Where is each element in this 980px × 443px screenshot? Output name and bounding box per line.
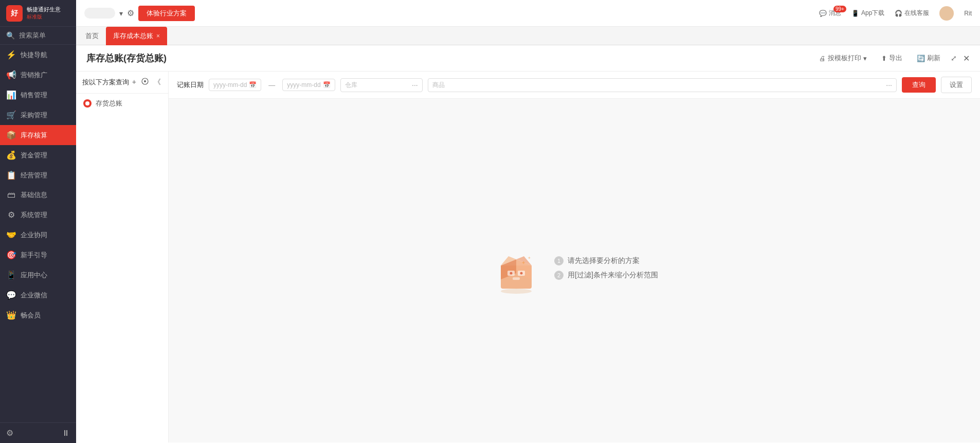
sidebar-search[interactable]: 🔍 搜索菜单 (0, 27, 76, 45)
app-download-action[interactable]: 📱 App下载 (851, 9, 884, 17)
message-action[interactable]: 💬 消息 99+ (819, 9, 841, 17)
filter-header-label: 按以下方案查询 (82, 78, 129, 87)
sidebar-item-label: 企业微信 (21, 291, 47, 300)
filter-add-btn[interactable]: + (131, 77, 137, 88)
message-icon: 💬 (819, 10, 827, 17)
hint-num-2: 2 (554, 271, 564, 280)
refresh-label: 刷新 (927, 54, 940, 63)
sidebar-item-business[interactable]: 📋 经营管理 (0, 165, 76, 185)
svg-text:✦: ✦ (521, 260, 525, 265)
date-to-placeholder: yyyy-mm-dd (287, 81, 320, 88)
print-icon: 🖨 (819, 55, 826, 62)
page-header-actions: 🖨 按模板打印 ▾ ⬆ 导出 🔄 刷新 ⤢ ✕ (815, 51, 970, 65)
username-label: Rit (964, 10, 972, 17)
app-download-label: App下载 (861, 9, 884, 17)
filter-manage-btn[interactable] (140, 77, 150, 88)
basic-icon: 🗃 (6, 190, 16, 200)
member-icon: 👑 (6, 310, 16, 320)
warehouse-select[interactable]: 仓库 ··· (340, 78, 423, 92)
filter-panel: 按以下方案查询 + 《 存货总账 (76, 72, 980, 442)
sidebar-item-label: 系统管理 (21, 210, 47, 220)
refresh-icon: 🔄 (917, 55, 925, 62)
filter-header-actions: + 《 (131, 77, 162, 88)
product-select[interactable]: 商品 ··· (428, 78, 897, 92)
export-btn[interactable]: ⬆ 导出 (877, 51, 906, 65)
header-gear-icon[interactable]: ⚙ (127, 8, 134, 18)
filter-collapse-btn[interactable]: 《 (153, 77, 162, 88)
query-btn[interactable]: 查询 (902, 77, 936, 93)
empty-hint-1: 1 请先选择要分析的方案 (554, 256, 658, 265)
online-service-action[interactable]: 🎧 在线客服 (895, 9, 929, 17)
tab-home[interactable]: 首页 (78, 27, 106, 45)
breadcrumb-user (84, 8, 115, 19)
filter-header: 按以下方案查询 + 《 (76, 72, 168, 94)
wechat-icon: 💬 (6, 290, 16, 300)
panel-close-btn[interactable]: ✕ (963, 54, 970, 63)
query-bar: 记账日期 yyyy-mm-dd 📅 — yyyy-mm-dd 📅 仓库 ··· (169, 72, 980, 99)
settings-footer-icon[interactable]: ⚙ (6, 428, 13, 438)
warehouse-label: 仓库 (345, 81, 357, 90)
sidebar-item-quicknav[interactable]: ⚡ 快捷导航 (0, 45, 76, 65)
sidebar-item-sales[interactable]: 📊 销售管理 (0, 85, 76, 105)
tab-home-label: 首页 (85, 31, 99, 41)
svg-text:✦: ✦ (528, 256, 531, 260)
finance-icon: 💰 (6, 150, 16, 160)
sidebar-item-system[interactable]: ⚙ 系统管理 (0, 205, 76, 225)
logo-text-group: 畅捷通好生意 标准版 (27, 6, 61, 20)
toggle-sidebar-icon[interactable]: ⏸ (62, 429, 70, 438)
header-chevron-icon[interactable]: ▾ (119, 9, 123, 17)
avatar (939, 6, 954, 21)
calendar-to-icon: 📅 (323, 81, 331, 88)
business-icon: 📋 (6, 170, 16, 180)
refresh-btn[interactable]: 🔄 刷新 (913, 51, 945, 65)
filter-item-label: 存货总账 (96, 99, 122, 108)
sidebar-item-appcenter[interactable]: 📱 应用中心 (0, 265, 76, 285)
sidebar-item-member[interactable]: 👑 畅会员 (0, 305, 76, 325)
sidebar-item-label: 采购管理 (21, 111, 47, 120)
date-to-input[interactable]: yyyy-mm-dd 📅 (282, 79, 335, 91)
tab-close-icon[interactable]: × (156, 32, 160, 40)
empty-state: ✦ ✦ 1 请先选择要分析的方案 2 用[过滤]条件来缩小分析范围 (169, 99, 980, 442)
sidebar-item-label: 基础信息 (21, 190, 47, 200)
system-icon: ⚙ (6, 210, 16, 220)
tab-inventory-ledger[interactable]: 库存成本总账 × (106, 27, 167, 45)
sidebar-item-marketing[interactable]: 📢 营销推广 (0, 65, 76, 85)
hint-text-1: 请先选择要分析的方案 (568, 256, 640, 265)
sidebar-item-label: 企业协同 (21, 231, 47, 240)
print-btn[interactable]: 🖨 按模板打印 ▾ (815, 51, 871, 65)
date-separator: — (268, 81, 275, 89)
logo-sub: 标准版 (27, 13, 61, 21)
sidebar-logo: 好 畅捷通好生意 标准版 (0, 0, 76, 27)
online-service-icon: 🎧 (895, 10, 902, 17)
sidebar-item-inventory[interactable]: 📦 库存核算 (0, 125, 76, 145)
settings-btn[interactable]: 设置 (941, 77, 972, 93)
sidebar-item-purchase[interactable]: 🛒 采购管理 (0, 105, 76, 125)
header-right: 💬 消息 99+ 📱 App下载 🎧 在线客服 Rit (819, 6, 972, 21)
sidebar-item-finance[interactable]: 💰 资金管理 (0, 145, 76, 165)
logo-name: 畅捷通好生意 (27, 6, 61, 13)
top-header: ▾ ⚙ 体验行业方案 💬 消息 99+ 📱 App下载 🎧 在线客服 Rit (76, 0, 980, 27)
hint-text-2: 用[过滤]条件来缩小分析范围 (568, 271, 658, 280)
sidebar-item-newguide[interactable]: 🎯 新手引导 (0, 245, 76, 265)
sidebar-item-wechat[interactable]: 💬 企业微信 (0, 285, 76, 305)
product-more-icon: ··· (886, 81, 892, 89)
date-from-input[interactable]: yyyy-mm-dd 📅 (209, 79, 261, 91)
page-header: 库存总账(存货总账) 🖨 按模板打印 ▾ ⬆ 导出 🔄 刷新 ⤢ ✕ (76, 45, 980, 72)
empty-hints: 1 请先选择要分析的方案 2 用[过滤]条件来缩小分析范围 (554, 256, 658, 285)
newguide-icon: 🎯 (6, 250, 16, 260)
date-label: 记账日期 (177, 80, 204, 90)
filter-item-inventory[interactable]: 存货总账 (76, 94, 168, 113)
page-title: 库存总账(存货总账) (86, 52, 167, 64)
filter-item-dot-icon (83, 99, 92, 108)
search-icon: 🔍 (6, 31, 15, 40)
industry-btn[interactable]: 体验行业方案 (138, 6, 195, 21)
sidebar-item-label: 库存核算 (21, 131, 47, 140)
sidebar-nav: ⚡ 快捷导航 📢 营销推广 📊 销售管理 🛒 采购管理 📦 库存核算 💰 资金管… (0, 45, 76, 422)
sidebar-item-enterprise[interactable]: 🤝 企业协同 (0, 225, 76, 245)
sidebar-item-label: 新手引导 (21, 251, 47, 260)
sidebar-item-label: 经营管理 (21, 171, 47, 180)
sidebar-item-basic[interactable]: 🗃 基础信息 (0, 185, 76, 205)
tabs-bar: 首页 库存成本总账 × (76, 27, 980, 45)
empty-hint-2: 2 用[过滤]条件来缩小分析范围 (554, 271, 658, 280)
panel-resize-btn[interactable]: ⤢ (951, 54, 957, 62)
